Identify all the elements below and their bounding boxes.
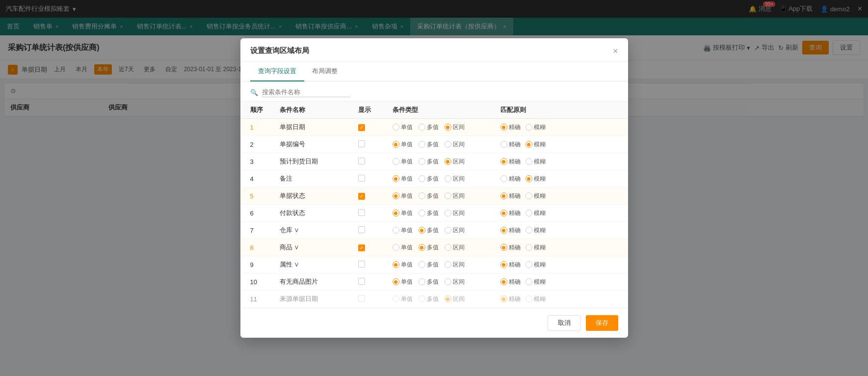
table-row: 1单据日期单值多值区间精确模糊 (240, 119, 628, 121)
col-header-order: 顺序 (250, 106, 280, 114)
col-header-name: 条件名称 (280, 106, 358, 114)
dialog-close-button[interactable]: × (613, 47, 618, 55)
dialog-table-body: 1单据日期单值多值区间精确模糊2单据编号单值多值区间精确模糊3预计到货日期单值多… (240, 119, 628, 121)
col-header-type: 条件类型 (393, 106, 500, 114)
search-input[interactable] (262, 87, 350, 97)
col-header-match: 匹配原则 (500, 106, 608, 114)
tab-layout-adjust[interactable]: 布局调整 (304, 62, 345, 81)
dialog-title: 设置查询区域布局 (250, 46, 309, 55)
settings-dialog: 设置查询区域布局 × 查询字段设置 布局调整 🔍 顺序 条件名称 显示 条件类型… (240, 38, 628, 121)
modal-overlay: 设置查询区域布局 × 查询字段设置 布局调整 🔍 顺序 条件名称 显示 条件类型… (0, 0, 868, 121)
col-header-display: 显示 (358, 106, 393, 114)
tab-query-fields[interactable]: 查询字段设置 (250, 62, 304, 81)
dialog-tabs: 查询字段设置 布局调整 (240, 62, 628, 81)
search-icon: 🔍 (250, 89, 258, 96)
dialog-search-area: 🔍 (240, 81, 628, 102)
dialog-table-header: 顺序 条件名称 显示 条件类型 匹配原则 (240, 102, 628, 119)
dialog-header: 设置查询区域布局 × (240, 38, 628, 62)
